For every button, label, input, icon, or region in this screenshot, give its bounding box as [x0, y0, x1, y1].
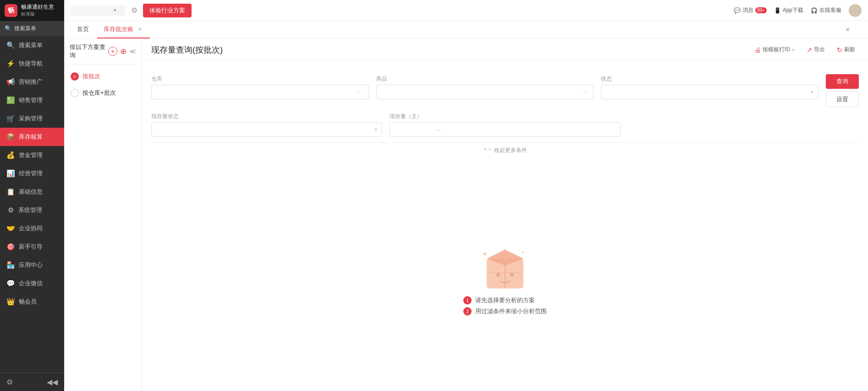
trial-btn[interactable]: 体验行业方案 — [143, 4, 192, 17]
empty-hints: 1 请先选择要分析的方案 2 用过滤条件来缩小分析范围 — [463, 296, 547, 315]
collapse-conditions-btn[interactable]: ⌃⌃ 收起更多条件 — [151, 142, 859, 158]
messages-btn[interactable]: 💬 消息 99+ — [734, 6, 767, 14]
plan-item-by-batch[interactable]: ⊙ 按批次 — [64, 68, 142, 85]
sidebar-item-label: 企业协同 — [19, 224, 43, 233]
sidebar-item-operations[interactable]: 📊 经营管理 — [0, 164, 64, 183]
left-panel-header: 按以下方案查询 + ⊕ ≪ — [64, 38, 142, 65]
inventory-status-filter-group: 现存量状态 ▾ — [151, 113, 382, 137]
inventory-main-to[interactable] — [445, 126, 481, 133]
settings-bottom-icon[interactable]: ⚙ — [6, 378, 13, 386]
settings-btn[interactable]: 设置 — [826, 92, 859, 107]
status-label: 状态 — [601, 75, 819, 83]
inventory-main-from[interactable] — [395, 126, 431, 133]
plan-item-label: 按批次 — [82, 72, 100, 81]
sidebar-search[interactable]: 🔍 搜索菜单 — [0, 21, 64, 36]
app-download-btn[interactable]: 📱 App下载 — [774, 6, 803, 14]
filter-row-1: 仓库 ··· 商品 ··· — [151, 67, 859, 107]
inventory-status-select[interactable]: ▾ — [151, 122, 382, 137]
quick-nav-icon: ⚡ — [6, 60, 15, 68]
empty-hint-1: 1 请先选择要分析的方案 — [463, 296, 547, 304]
tab-home[interactable]: 首页 — [71, 21, 95, 38]
sidebar-item-sales[interactable]: 💹 销售管理 — [0, 91, 64, 109]
status-select[interactable]: ▾ — [601, 85, 819, 99]
sales-icon: 💹 — [6, 96, 15, 104]
hint-num-1: 1 — [463, 296, 472, 304]
appstore-icon: 🏪 — [6, 261, 15, 269]
app-logo: 畅 — [5, 4, 17, 17]
warehouse-input[interactable]: ··· — [151, 85, 369, 99]
svg-point-7 — [510, 273, 514, 277]
main-content: ▾ ⚙ 体验行业方案 💬 消息 99+ 📱 App下载 🎧 在线客服 首页 — [64, 0, 868, 391]
range-dash: — — [435, 126, 441, 133]
settings-plan-icon[interactable]: ⊕ — [120, 47, 126, 56]
sidebar-item-finance[interactable]: 💰 资金管理 — [0, 146, 64, 164]
refresh-label: 刷新 — [844, 46, 855, 54]
empty-box-svg: ✦ ✦ — [478, 240, 533, 291]
tab-close-icon[interactable]: × — [136, 26, 143, 33]
plan-item-by-warehouse-batch[interactable]: 按仓库+批次 — [64, 85, 142, 101]
finance-icon: 💰 — [6, 151, 15, 159]
collapse-sidebar-icon[interactable]: ◀◀ — [47, 378, 58, 386]
svg-text:✦: ✦ — [521, 250, 525, 255]
sidebar-item-newbie[interactable]: 🎯 新手引导 — [0, 238, 64, 256]
sidebar-item-system[interactable]: ⚙ 系统管理 — [0, 201, 64, 219]
wechat-icon: 💬 — [6, 279, 15, 288]
print-template-btn[interactable]: 🖨 按模板打印 ▾ — [751, 44, 798, 55]
topbar-search-wrap[interactable]: ▾ — [71, 5, 126, 16]
sidebar-item-label: 经营管理 — [19, 169, 43, 178]
left-panel-title: 按以下方案查询 — [70, 43, 108, 60]
export-label: 导出 — [814, 46, 825, 54]
topbar-search-input[interactable] — [75, 7, 112, 14]
sidebar-item-label: 销售管理 — [19, 96, 43, 104]
empty-hint-2: 2 用过滤条件来缩小分析范围 — [463, 307, 547, 315]
sidebar-item-enterprise[interactable]: 🤝 企业协同 — [0, 219, 64, 238]
member-icon: 👑 — [6, 298, 15, 306]
user-avatar[interactable] — [849, 4, 862, 17]
sidebar-item-basic[interactable]: 📋 基础信息 — [0, 183, 64, 201]
sidebar-item-search[interactable]: 🔍 搜索菜单 — [0, 36, 64, 54]
warehouse-dots-icon[interactable]: ··· — [356, 88, 363, 96]
query-btn[interactable]: 查询 — [826, 74, 859, 89]
collapse-left-panel-icon[interactable]: ≪ — [129, 48, 136, 55]
add-plan-icon[interactable]: + — [108, 47, 117, 56]
sidebar-item-inventory[interactable]: 📦 库存核算 — [0, 128, 64, 146]
sidebar-item-marketing[interactable]: 📢 营销推广 — [0, 73, 64, 91]
online-service-label: 在线客服 — [819, 6, 841, 14]
sidebar-item-wechat[interactable]: 💬 企业微信 — [0, 274, 64, 293]
print-label: 按模板打印 — [763, 46, 790, 54]
hint-text-2: 用过滤条件来缩小分析范围 — [475, 307, 547, 315]
sidebar-item-label: 采购管理 — [19, 114, 43, 123]
sidebar-item-purchase[interactable]: 🛒 采购管理 — [0, 109, 64, 128]
sidebar-item-appstore[interactable]: 🏪 应用中心 — [0, 256, 64, 274]
export-btn[interactable]: ↗ 导出 — [803, 44, 829, 55]
empty-illustration: ✦ ✦ — [478, 240, 533, 291]
sidebar-item-member[interactable]: 👑 畅会员 — [0, 293, 64, 311]
left-panel-actions: + ⊕ ≪ — [108, 47, 136, 56]
topbar-dropdown-icon[interactable]: ▾ — [114, 7, 116, 13]
tabbar-close-btn[interactable]: × — [846, 26, 850, 34]
sidebar-item-label: 企业微信 — [19, 279, 43, 288]
inventory-main-range[interactable]: — — [390, 122, 621, 137]
filter-area: 仓库 ··· 商品 ··· — [142, 60, 868, 164]
warehouse-label: 仓库 — [151, 75, 369, 83]
product-dots-icon[interactable]: ··· — [581, 88, 588, 96]
messages-badge: 99+ — [755, 7, 767, 13]
print-dropdown-icon: ▾ — [792, 47, 795, 53]
product-input[interactable]: ··· — [376, 85, 594, 99]
status-filter-group: 状态 ▾ — [601, 75, 819, 99]
system-icon: ⚙ — [6, 206, 15, 214]
enterprise-icon: 🤝 — [6, 224, 15, 233]
hint-num-2: 2 — [463, 307, 472, 315]
refresh-btn[interactable]: ↻ 刷新 — [833, 44, 859, 55]
sidebar-item-label: 畅会员 — [19, 298, 37, 306]
app-download-icon: 📱 — [774, 7, 781, 14]
app-title-wrap: 畅康通好生意 标准版 — [21, 4, 54, 17]
tab-inventory-batch[interactable]: 库存批次账 × — [97, 21, 150, 38]
sidebar-item-label: 资金管理 — [19, 151, 43, 159]
sidebar-item-label: 快捷导航 — [19, 60, 43, 68]
sidebar-item-quick-nav[interactable]: ⚡ 快捷导航 — [0, 54, 64, 73]
purchase-icon: 🛒 — [6, 114, 15, 123]
product-filter-group: 商品 ··· — [376, 75, 594, 99]
online-service-btn[interactable]: 🎧 在线客服 — [811, 6, 841, 14]
topbar-gear-icon[interactable]: ⚙ — [129, 4, 139, 16]
